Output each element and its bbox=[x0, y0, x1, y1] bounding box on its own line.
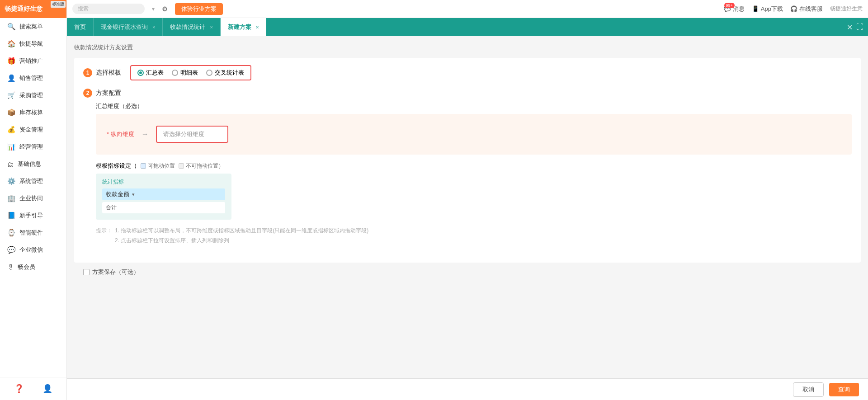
tab-home[interactable]: 首页 bbox=[67, 18, 94, 36]
message-item[interactable]: 💬99+ 消息 bbox=[724, 5, 745, 13]
row-label: 纵向维度 bbox=[111, 131, 134, 137]
no-drag-label: 不可拖动位置） bbox=[186, 162, 224, 170]
tab-label-collection-stat: 收款情况统计 bbox=[170, 23, 205, 31]
sidebar-item-quick-nav[interactable]: 🏠快捷导航 bbox=[0, 35, 66, 52]
radio-label-detail: 明细表 bbox=[180, 69, 198, 77]
arrow-icon: → bbox=[142, 130, 149, 138]
logo: 畅捷通好生意 标准版 bbox=[0, 0, 66, 18]
indicator-config: 模板指标设定（ 可拖动位置 不可拖动位置） bbox=[96, 162, 852, 220]
required-star: * bbox=[107, 131, 109, 137]
sidebar-item-hardware[interactable]: ⌚智能硬件 bbox=[0, 224, 66, 241]
tab-close-bank-flow[interactable]: × bbox=[152, 24, 155, 30]
sidebar-icon-wechat: 💬 bbox=[7, 246, 16, 254]
sidebar-label-wechat: 企业微信 bbox=[19, 246, 43, 254]
sidebar-bottom-icons: ❓ 👤 bbox=[0, 381, 66, 396]
query-button[interactable]: 查询 bbox=[829, 383, 859, 396]
sidebar-item-guide[interactable]: 📘新手引导 bbox=[0, 207, 66, 224]
sidebar-icon-operations: 📊 bbox=[7, 143, 16, 151]
cancel-button[interactable]: 取消 bbox=[793, 382, 824, 397]
sidebar-label-marketing: 营销推广 bbox=[19, 57, 43, 65]
search-placeholder: 搜索 bbox=[78, 5, 89, 12]
indicator-table-title: 统计指标 bbox=[102, 178, 225, 186]
gear-icon[interactable]: ⚙ bbox=[162, 5, 168, 13]
service-item[interactable]: 🎧 在线客服 bbox=[790, 5, 823, 13]
sidebar-label-hardware: 智能硬件 bbox=[19, 229, 43, 237]
search-box[interactable]: 搜索 bbox=[72, 4, 145, 14]
tip-line-1: 提示： 1. 拖动标题栏可以调整布局，不可跨维度或指标区域拖动且目字段(只能在同… bbox=[96, 226, 852, 236]
sidebar-icon-member: 🎖 bbox=[7, 264, 14, 271]
step1-label: 选择模板 bbox=[96, 69, 121, 77]
sidebar-item-inventory[interactable]: 📦库存核算 bbox=[0, 104, 66, 121]
sidebar-item-finance[interactable]: 💰资金管理 bbox=[0, 121, 66, 138]
drag-dot bbox=[141, 163, 146, 169]
sidebar-item-member[interactable]: 🎖畅会员 bbox=[0, 259, 66, 276]
service-label: 在线客服 bbox=[799, 5, 823, 13]
indicator-tag[interactable]: 收款金额 ▾ bbox=[102, 188, 225, 200]
sidebar-item-purchase[interactable]: 🛒采购管理 bbox=[0, 87, 66, 104]
save-checkbox[interactable] bbox=[83, 269, 90, 275]
sidebar-label-purchase: 采购管理 bbox=[19, 91, 43, 99]
sidebar-item-search-menu[interactable]: 🔍搜索菜单 bbox=[0, 18, 66, 35]
step2-label: 方案配置 bbox=[96, 89, 121, 97]
radio-circle-cross bbox=[206, 70, 212, 76]
tip-text-1: 1. 拖动标题栏可以调整布局，不可跨维度或指标区域拖动且目字段(只能在同一维度或… bbox=[115, 226, 368, 236]
message-count: 99+ bbox=[724, 3, 735, 8]
sidebar-icon-search-menu: 🔍 bbox=[7, 23, 16, 31]
sidebar-label-system: 系统管理 bbox=[19, 177, 43, 185]
sidebar-label-guide: 新手引导 bbox=[19, 212, 43, 220]
user-info: 畅捷通好生意 bbox=[830, 5, 863, 13]
sidebar-item-enterprise[interactable]: 🏢企业协同 bbox=[0, 190, 66, 207]
sidebar-icon-basic-info: 🗂 bbox=[7, 160, 14, 168]
sidebar-icon-sales: 👤 bbox=[7, 74, 16, 82]
dimension-row: * 纵向维度 → 请选择分组维度 bbox=[107, 126, 228, 143]
chevron-down-icon[interactable]: ▾ bbox=[152, 6, 155, 12]
tab-label-home: 首页 bbox=[74, 23, 86, 31]
sidebar-icon-hardware: ⌚ bbox=[7, 229, 16, 237]
dimension-select[interactable]: 请选择分组维度 bbox=[156, 126, 228, 143]
download-item[interactable]: 📱 App下载 bbox=[752, 5, 783, 13]
indicator-table-area: 统计指标 收款金额 ▾ 合计 bbox=[96, 174, 231, 220]
tab-close-new-plan[interactable]: × bbox=[256, 24, 259, 30]
dimension-placeholder: 请选择分组维度 bbox=[163, 131, 204, 137]
indicator-config-title: 模板指标设定（ bbox=[96, 162, 137, 170]
tips-area: 提示： 1. 拖动标题栏可以调整布局，不可跨维度或指标区域拖动且目字段(只能在同… bbox=[96, 226, 852, 245]
no-drag-dot bbox=[179, 163, 184, 169]
tab-actions: ✕ ⛶ bbox=[847, 18, 868, 36]
sidebar-item-system[interactable]: ⚙️系统管理 bbox=[0, 173, 66, 190]
sidebar-item-marketing[interactable]: 🎁营销推广 bbox=[0, 52, 66, 70]
radio-option-detail[interactable]: 明细表 bbox=[172, 69, 198, 77]
topbar: 搜索 ▾ ⚙ 体验行业方案 💬99+ 消息 📱 App下载 🎧 在线客服 畅捷通… bbox=[67, 0, 868, 18]
sidebar-icon-finance: 💰 bbox=[7, 126, 16, 134]
sidebar-item-operations[interactable]: 📊经营管理 bbox=[0, 138, 66, 155]
indicator-hint-row: 模板指标设定（ 可拖动位置 不可拖动位置） bbox=[96, 162, 852, 170]
sidebar-item-basic-info[interactable]: 🗂基础信息 bbox=[0, 155, 66, 173]
trial-button[interactable]: 体验行业方案 bbox=[175, 3, 223, 15]
sidebar-item-wechat[interactable]: 💬企业微信 bbox=[0, 241, 66, 259]
sidebar-icon-inventory: 📦 bbox=[7, 108, 16, 117]
dimension-required-mark: * 纵向维度 bbox=[107, 130, 134, 138]
sidebar-icon-quick-nav: 🏠 bbox=[7, 40, 16, 48]
sidebar-icon-purchase: 🛒 bbox=[7, 91, 16, 99]
sidebar-label-operations: 经营管理 bbox=[19, 143, 43, 151]
help-icon[interactable]: ❓ bbox=[14, 384, 24, 394]
fullscreen-icon[interactable]: ⛶ bbox=[856, 23, 863, 31]
close-window-icon[interactable]: ✕ bbox=[847, 23, 853, 32]
message-icon: 💬99+ bbox=[724, 5, 731, 12]
step2-row: 2 方案配置 汇总维度（必选） * 纵向维度 → 请选择分 bbox=[83, 89, 852, 245]
tab-collection-stat[interactable]: 收款情况统计× bbox=[163, 18, 220, 36]
sidebar-icon-enterprise: 🏢 bbox=[7, 194, 16, 202]
radio-option-summary[interactable]: 汇总表 bbox=[137, 69, 164, 77]
user-icon[interactable]: 👤 bbox=[42, 384, 52, 394]
draggable-badge: 可拖动位置 bbox=[141, 162, 175, 170]
sidebar-item-sales[interactable]: 👤销售管理 bbox=[0, 70, 66, 87]
tab-new-plan[interactable]: 新建方案× bbox=[221, 18, 266, 36]
download-icon: 📱 bbox=[752, 5, 759, 12]
step1-row: 1 选择模板 汇总表 明细表 交叉统计表 bbox=[83, 65, 852, 80]
tip-line-2: 提示： 2. 点击标题栏下拉可设置排序、插入列和删除列 bbox=[96, 236, 852, 246]
tab-close-collection-stat[interactable]: × bbox=[210, 24, 212, 30]
radio-circle-detail bbox=[172, 70, 178, 76]
sidebar: 畅捷通好生意 标准版 🔍搜索菜单🏠快捷导航🎁营销推广👤销售管理🛒采购管理📦库存核… bbox=[0, 0, 67, 400]
radio-option-cross[interactable]: 交叉统计表 bbox=[206, 69, 244, 77]
tab-bank-flow[interactable]: 现金银行流水查询× bbox=[94, 18, 163, 36]
save-label: 方案保存（可选） bbox=[92, 268, 139, 276]
